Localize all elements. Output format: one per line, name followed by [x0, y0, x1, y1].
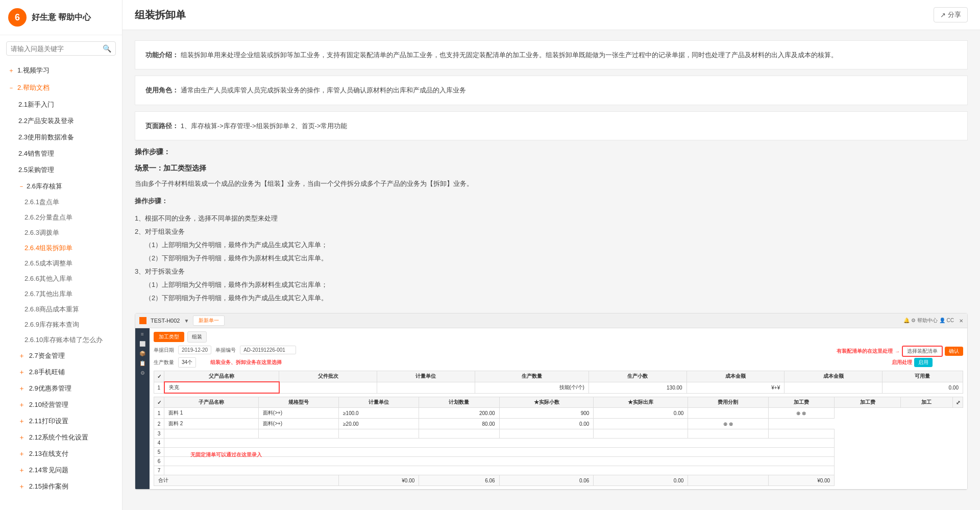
mock-table-col4: 生产数量: [475, 371, 589, 382]
func-intro-text: 功能介绍： 组装拆卸单用来处理企业组装或拆卸等加工业务，支持有固定装配清单的产品…: [145, 49, 957, 61]
minus-icon-26: －: [18, 182, 24, 191]
sidebar-item-210[interactable]: ＋ 2.10经营管理: [0, 397, 122, 413]
sidebar-item-267[interactable]: 2.6.7其他出库单: [0, 286, 122, 302]
search-box[interactable]: 🔍: [6, 41, 116, 56]
mock-table-check-col: ✓: [154, 371, 164, 382]
mock-sub-r3-col: [164, 429, 259, 439]
mock-left-icon-1: ≡: [141, 331, 144, 337]
mock-sub-col4: 计划数量: [419, 397, 499, 408]
plus-icon: ＋: [8, 66, 14, 75]
role-block: 使用角色： 通常由生产人员或库管人员完成拆装业务的操作，库管人员确认原材料的出库…: [135, 76, 968, 105]
path-block: 页面路径： 1、库存核算->库存管理->组装拆卸单 2、首页->常用功能: [135, 111, 968, 140]
mock-sub-col11: ⤢: [953, 397, 963, 408]
mock-table-col8: 可用量: [882, 371, 963, 382]
mock-left-icon-2: ⬜: [139, 341, 145, 347]
step-2-sub-2: （2）下部明细为子件明细，最终作为原材料生成其它出库单。: [145, 252, 968, 265]
mock-sub-r3-c8: [768, 429, 835, 439]
mock-table-col6: 成本金额: [687, 371, 785, 382]
mock-sub-r3-c2: [258, 429, 338, 439]
sidebar-item-211[interactable]: ＋ 2.11打印设置: [0, 413, 122, 429]
sidebar-item-265[interactable]: 2.6.5成本调整单: [0, 256, 122, 271]
annotation1-arrow: →: [895, 349, 900, 354]
mock-sub-r1-unit: ≥100.0: [339, 408, 419, 419]
mock-cancel-btn[interactable]: 组装: [187, 331, 207, 343]
mock-sub-r2-unit: ≥20.00: [339, 419, 419, 429]
search-input[interactable]: [11, 45, 103, 53]
sidebar-item-29[interactable]: ＋ 2.9优惠券管理: [0, 380, 122, 397]
sidebar-item-266[interactable]: 2.6.6其他入库单: [0, 271, 122, 286]
sidebar-item-269[interactable]: 2.6.9库存账本查询: [0, 317, 122, 332]
mock-sub-r3-c7: [688, 429, 768, 439]
mock-sub-col1: 子产品名称: [164, 397, 259, 408]
mock-left-icon-5: ⚙: [140, 370, 145, 376]
mock-sub-r2-name: 面料 2: [164, 419, 259, 429]
sidebar-item-23[interactable]: 2.3使用前数据准备: [0, 129, 122, 145]
content-area: 功能介绍： 组装拆卸单用来处理企业组装或拆卸等加工业务，支持有固定装配清单的产品…: [122, 30, 980, 510]
sidebar-item-27[interactable]: ＋ 2.7资金管理: [0, 348, 122, 364]
mock-sub-r1-out: 0.00: [594, 408, 688, 419]
sidebar-item-26[interactable]: － 2.6库存核算: [0, 178, 122, 195]
mock-row1-cost2: [785, 382, 883, 393]
sidebar: 6 好生意 帮助中心 🔍 ＋ 1.视频学习 － 2.帮助文档 2.1新手入门 2…: [0, 0, 122, 510]
mock-new-btn[interactable]: 新新单一: [193, 315, 225, 326]
sidebar-item-264[interactable]: 2.6.4组装拆卸单: [0, 240, 122, 256]
sidebar-item-268[interactable]: 2.6.8商品成本重算: [0, 302, 122, 317]
scene-desc: 当由多个子件材料组装成一个成品的业务为【组装】业务，当由一个父件拆分成多个子产品…: [135, 177, 968, 190]
mock-sub-row-2: 2 面料 2 面料(>+) ≥20.00 80.00 0.00 ⊕ ⊗: [154, 419, 963, 429]
mock-sub-r2-spec: 面料(>+): [258, 419, 338, 429]
mock-save-btn[interactable]: 加工类型: [154, 332, 184, 342]
sidebar-item-215[interactable]: ＋ 2.15操作案例: [0, 478, 122, 495]
logo-icon: 6: [8, 8, 27, 27]
mock-confirm-btn[interactable]: 确认: [945, 347, 963, 356]
mock-sub-r3-check: 3: [154, 429, 164, 439]
sidebar-item-263[interactable]: 2.6.3调拨单: [0, 225, 122, 240]
mock-table-col2: 父件批次: [279, 371, 377, 382]
sidebar-item-docs[interactable]: － 2.帮助文档: [0, 79, 122, 96]
path-text: 页面路径： 1、库存核算->库存管理->组装拆卸单 2、首页->常用功能: [145, 120, 957, 132]
mock-left-icon-3: 📦: [139, 351, 145, 356]
mock-sub-r1-plan: 200.00: [419, 408, 499, 419]
logo-area: 6 好生意 帮助中心: [0, 0, 122, 35]
step-2: 2、对于组装业务: [135, 225, 968, 238]
mock-count-label: 生产数量: [154, 359, 174, 366]
mock-sub-row-7: 7: [154, 466, 963, 475]
mock-sub-row-4: 4: [154, 439, 963, 448]
mock-sub-r1-name: 面料 1: [164, 408, 259, 419]
mock-enable-btn[interactable]: 启用: [914, 358, 933, 367]
sidebar-item-24[interactable]: 2.4销售管理: [0, 145, 122, 162]
mock-sub-r2-proc: ⊕ ⊗: [688, 419, 768, 429]
sidebar-item-28[interactable]: ＋ 2.8手机旺铺: [0, 364, 122, 380]
mock-row1-avail: 0.00: [882, 382, 963, 393]
scene-title: 场景一：加工类型选择: [135, 164, 968, 173]
mock-sub-r6-check: 6: [154, 457, 164, 466]
mock-footer-v4: 0.00: [594, 475, 688, 486]
annotation3-text: 组装业务、拆卸业务在这里选择: [210, 359, 282, 366]
sidebar-item-video[interactable]: ＋ 1.视频学习: [0, 62, 122, 79]
sidebar-item-261[interactable]: 2.6.1盘点单: [0, 195, 122, 210]
mock-select-bom-btn[interactable]: 选择装配清单: [902, 346, 943, 357]
sidebar-item-22[interactable]: 2.2产品安装及登录: [0, 113, 122, 129]
sidebar-item-21[interactable]: 2.1新手入门: [0, 96, 122, 113]
role-text: 使用角色： 通常由生产人员或库管人员完成拆装业务的操作，库管人员确认原材料的出库…: [145, 84, 957, 96]
annotation1-text: 有装配清单的在这里处理: [837, 348, 893, 355]
sidebar-item-214[interactable]: ＋ 2.14常见问题: [0, 462, 122, 478]
mock-close-btn[interactable]: ✕: [959, 318, 963, 324]
mock-sub-r5-cols: [164, 448, 835, 457]
sidebar-item-212[interactable]: ＋ 2.12系统个性化设置: [0, 429, 122, 446]
share-button[interactable]: ↗ 分享: [934, 7, 968, 22]
mock-table-col3: 计量单位: [377, 371, 475, 382]
mock-sub-row-1: 1 面料 1 面料(>+) ≥100.0 200.00 900 0.00 ⊕: [154, 408, 963, 419]
mock-footer-label: 合计: [154, 475, 339, 486]
mock-row1-qty: 技能(个/个): [475, 382, 589, 393]
sidebar-item-213[interactable]: ＋ 2.13在线支付: [0, 446, 122, 462]
mock-sub-r1-check: 1: [154, 408, 164, 419]
sidebar-item-2610[interactable]: 2.6.10库存账本错了怎么办: [0, 332, 122, 348]
mock-sub-r3-c3: [339, 429, 419, 439]
mock-sub-col9: 加工费: [835, 397, 901, 408]
mock-count-val: 34个: [178, 357, 196, 368]
sidebar-item-25[interactable]: 2.5采购管理: [0, 162, 122, 178]
annotation5-text: 无固定清单可以通过在这里录入: [190, 451, 262, 458]
sidebar-item-262[interactable]: 2.6.2分量盘点单: [0, 210, 122, 225]
mock-row1-batch: [279, 382, 377, 393]
search-icon[interactable]: 🔍: [103, 44, 111, 53]
